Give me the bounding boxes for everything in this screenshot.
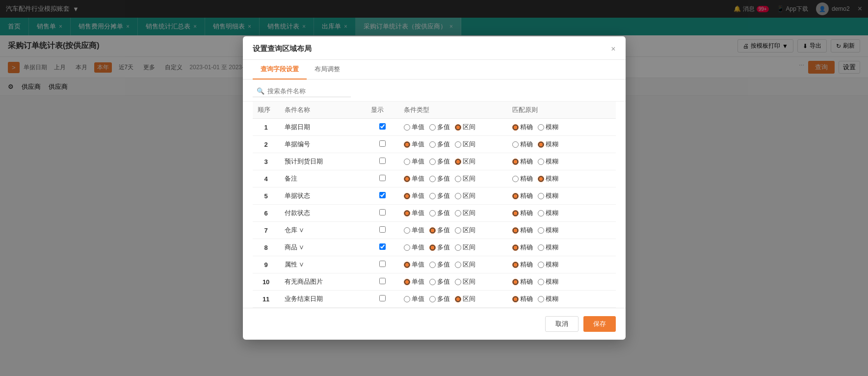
- type-radio-item[interactable]: 区间: [455, 123, 475, 132]
- display-checkbox[interactable]: [379, 123, 386, 130]
- match-radio-item[interactable]: 模糊: [538, 209, 558, 217]
- match-radio-item[interactable]: 精确: [512, 226, 533, 235]
- type-radio[interactable]: [429, 176, 436, 182]
- type-radio[interactable]: [455, 176, 461, 182]
- type-radio-item[interactable]: 区间: [455, 209, 475, 217]
- match-radio[interactable]: [512, 176, 519, 182]
- type-radio[interactable]: [455, 227, 461, 234]
- type-radio[interactable]: [429, 244, 436, 251]
- type-radio-item[interactable]: 单值: [404, 243, 424, 252]
- search-input[interactable]: [267, 87, 346, 95]
- type-radio-item[interactable]: 多值: [429, 277, 450, 286]
- type-radio-item[interactable]: 区间: [455, 174, 475, 183]
- type-radio[interactable]: [455, 141, 461, 148]
- type-radio[interactable]: [429, 193, 436, 199]
- type-radio[interactable]: [404, 296, 410, 302]
- type-radio[interactable]: [455, 210, 461, 216]
- type-radio-item[interactable]: 区间: [455, 226, 475, 235]
- type-radio[interactable]: [455, 124, 461, 131]
- type-radio[interactable]: [429, 262, 436, 268]
- match-radio-item[interactable]: 模糊: [538, 123, 558, 132]
- match-radio[interactable]: [512, 141, 519, 148]
- type-radio-item[interactable]: 单值: [404, 174, 424, 183]
- match-radio[interactable]: [512, 296, 519, 302]
- display-checkbox[interactable]: [379, 140, 386, 147]
- type-radio[interactable]: [404, 210, 410, 216]
- type-radio[interactable]: [455, 244, 461, 251]
- match-radio-item[interactable]: 模糊: [538, 191, 558, 200]
- display-checkbox[interactable]: [379, 175, 386, 181]
- match-radio[interactable]: [538, 124, 544, 131]
- type-radio[interactable]: [429, 141, 436, 148]
- type-radio[interactable]: [404, 159, 410, 165]
- type-radio-item[interactable]: 单值: [404, 209, 424, 217]
- type-radio[interactable]: [404, 124, 410, 131]
- match-radio-item[interactable]: 模糊: [538, 243, 558, 252]
- type-radio-item[interactable]: 区间: [455, 140, 475, 149]
- type-radio[interactable]: [429, 279, 436, 285]
- type-radio-item[interactable]: 多值: [429, 123, 450, 132]
- match-radio-item[interactable]: 精确: [512, 243, 533, 252]
- display-checkbox[interactable]: [379, 261, 386, 267]
- dialog-tab-layout[interactable]: 布局调整: [307, 60, 348, 80]
- match-radio-item[interactable]: 模糊: [538, 174, 558, 183]
- type-radio-item[interactable]: 区间: [455, 191, 475, 200]
- match-radio-item[interactable]: 模糊: [538, 140, 558, 149]
- match-radio[interactable]: [538, 141, 544, 148]
- match-radio[interactable]: [538, 210, 544, 216]
- type-radio-item[interactable]: 单值: [404, 140, 424, 149]
- cancel-button[interactable]: 取消: [545, 316, 579, 332]
- type-radio-item[interactable]: 多值: [429, 243, 450, 252]
- type-radio[interactable]: [455, 279, 461, 285]
- match-radio[interactable]: [538, 262, 544, 268]
- match-radio[interactable]: [512, 227, 519, 234]
- match-radio-item[interactable]: 模糊: [538, 226, 558, 235]
- display-checkbox[interactable]: [379, 226, 386, 233]
- match-radio-item[interactable]: 精确: [512, 174, 533, 183]
- type-radio[interactable]: [455, 262, 461, 268]
- type-radio[interactable]: [404, 193, 410, 199]
- type-radio-item[interactable]: 单值: [404, 295, 424, 303]
- type-radio-item[interactable]: 区间: [455, 260, 475, 269]
- type-radio-item[interactable]: 单值: [404, 123, 424, 132]
- match-radio[interactable]: [538, 159, 544, 165]
- match-radio[interactable]: [512, 159, 519, 165]
- match-radio[interactable]: [512, 193, 519, 199]
- type-radio[interactable]: [429, 227, 436, 234]
- type-radio-item[interactable]: 多值: [429, 260, 450, 269]
- dialog-tab-fields[interactable]: 查询字段设置: [253, 60, 307, 80]
- match-radio-item[interactable]: 模糊: [538, 295, 558, 303]
- display-checkbox[interactable]: [379, 278, 386, 284]
- type-radio[interactable]: [404, 141, 410, 148]
- type-radio-item[interactable]: 单值: [404, 191, 424, 200]
- match-radio-item[interactable]: 精确: [512, 157, 533, 166]
- type-radio[interactable]: [404, 227, 410, 234]
- type-radio[interactable]: [455, 296, 461, 302]
- type-radio[interactable]: [429, 124, 436, 131]
- type-radio[interactable]: [404, 262, 410, 268]
- match-radio[interactable]: [538, 193, 544, 199]
- match-radio-item[interactable]: 精确: [512, 295, 533, 303]
- type-radio[interactable]: [404, 244, 410, 251]
- match-radio-item[interactable]: 模糊: [538, 157, 558, 166]
- match-radio-item[interactable]: 精确: [512, 260, 533, 269]
- type-radio-item[interactable]: 区间: [455, 157, 475, 166]
- match-radio-item[interactable]: 精确: [512, 191, 533, 200]
- type-radio[interactable]: [429, 159, 436, 165]
- type-radio-item[interactable]: 多值: [429, 226, 450, 235]
- type-radio[interactable]: [404, 176, 410, 182]
- match-radio[interactable]: [512, 279, 519, 285]
- match-radio-item[interactable]: 精确: [512, 123, 533, 132]
- type-radio-item[interactable]: 多值: [429, 140, 450, 149]
- type-radio[interactable]: [404, 279, 410, 285]
- match-radio[interactable]: [538, 296, 544, 302]
- match-radio-item[interactable]: 精确: [512, 277, 533, 286]
- match-radio[interactable]: [538, 176, 544, 182]
- type-radio[interactable]: [429, 296, 436, 302]
- type-radio-item[interactable]: 区间: [455, 277, 475, 286]
- type-radio-item[interactable]: 单值: [404, 226, 424, 235]
- type-radio-item[interactable]: 区间: [455, 243, 475, 252]
- display-checkbox[interactable]: [379, 209, 386, 215]
- display-checkbox[interactable]: [379, 192, 386, 198]
- type-radio-item[interactable]: 区间: [455, 295, 475, 303]
